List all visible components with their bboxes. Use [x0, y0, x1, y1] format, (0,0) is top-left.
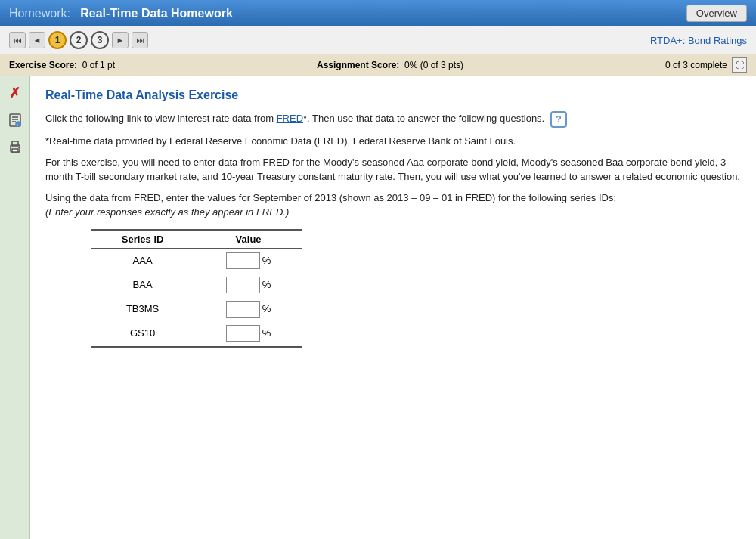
series-tb3ms: TB3MS: [91, 297, 194, 321]
hw-title: Real-Time Data Homework: [80, 7, 233, 20]
content-area: Real-Time Data Analysis Exercise Click t…: [30, 76, 756, 539]
input-baa[interactable]: [226, 277, 260, 293]
description-paragraph: For this exercise, you will need to ente…: [45, 155, 741, 184]
nav-prev-button[interactable]: ◄: [29, 32, 45, 48]
help-icon[interactable]: ?: [550, 111, 567, 128]
navigation-bar: ⏮ ◄ 1 2 3 ► ⏭ RTDA+: Bond Ratings: [0, 26, 756, 54]
assignment-score: Assignment Score: 0% (0 of 3 pts): [317, 60, 463, 70]
table-row: AAA %: [91, 248, 302, 273]
main-layout: ✗ + Real-Time Data Analysis Exercise: [0, 76, 756, 539]
input-tb3ms[interactable]: [226, 301, 260, 318]
nav-controls: ⏮ ◄ 1 2 3 ► ⏭: [9, 31, 148, 49]
intro-paragraph: Click the following link to view interes…: [45, 111, 741, 128]
input-gs10[interactable]: [226, 325, 260, 342]
series-table: Series ID Value AAA % BAA: [91, 229, 302, 348]
exercise-title: Real-Time Data Analysis Exercise: [45, 88, 741, 102]
table-row: GS10 %: [91, 321, 302, 347]
sidebar: ✗ +: [0, 76, 30, 539]
score-bar: Exercise Score: 0 of 1 pt Assignment Sco…: [0, 54, 756, 76]
series-baa: BAA: [91, 273, 194, 297]
value-gs10: %: [194, 321, 302, 347]
nav-next-button[interactable]: ►: [112, 32, 129, 48]
svg-point-9: [18, 147, 20, 148]
instruction-paragraph: Using the data from FRED, enter the valu…: [45, 191, 741, 220]
nav-last-button[interactable]: ⏭: [132, 32, 148, 48]
col-value-header: Value: [194, 230, 302, 249]
series-gs10: GS10: [91, 321, 194, 347]
page-header: Homework: Real-Time Data Homework Overvi…: [0, 0, 756, 26]
fred-link[interactable]: FRED: [277, 113, 303, 124]
nav-page-2[interactable]: 2: [70, 31, 88, 49]
header-title: Homework: Real-Time Data Homework: [9, 7, 233, 20]
rtda-link[interactable]: RTDA+: Bond Ratings: [650, 35, 747, 46]
input-aaa[interactable]: [226, 252, 260, 269]
print-sidebar-item[interactable]: [5, 137, 26, 158]
footnote-paragraph: *Real-time data provided by Federal Rese…: [45, 134, 741, 149]
table-row: BAA %: [91, 273, 302, 297]
table-row: TB3MS %: [91, 297, 302, 321]
nav-page-3[interactable]: 3: [91, 31, 109, 49]
calculator-sidebar-item[interactable]: ✗: [5, 82, 26, 104]
complete-status: 0 of 3 complete ⛶: [665, 57, 747, 73]
value-baa: %: [194, 273, 302, 297]
expand-icon[interactable]: ⛶: [732, 57, 747, 73]
hw-label: Homework:: [9, 7, 70, 20]
col-series-header: Series ID: [91, 230, 194, 249]
svg-rect-8: [12, 149, 18, 152]
nav-first-button[interactable]: ⏮: [9, 32, 26, 48]
notes-sidebar-item[interactable]: +: [5, 110, 26, 131]
overview-button[interactable]: Overview: [686, 5, 747, 22]
value-tb3ms: %: [194, 297, 302, 321]
nav-page-1[interactable]: 1: [48, 31, 67, 49]
value-aaa: %: [194, 248, 302, 273]
series-aaa: AAA: [91, 248, 194, 273]
svg-text:+: +: [17, 122, 19, 127]
exercise-score: Exercise Score: 0 of 1 pt: [9, 60, 115, 70]
